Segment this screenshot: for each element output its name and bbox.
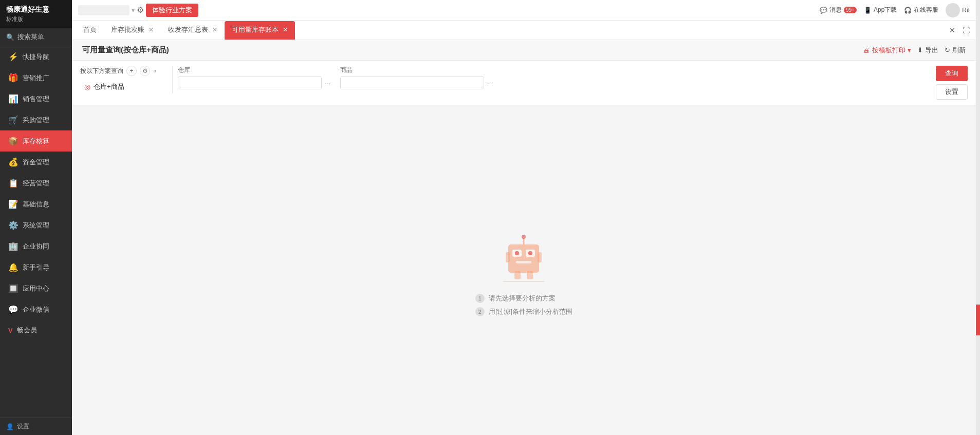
sidebar-item-app-center[interactable]: 🔲 应用中心 [0,278,72,299]
sidebar-item-corp[interactable]: 🏢 企业协同 [0,236,72,257]
app-download-item[interactable]: 📱 App下载 [864,6,897,14]
filter-settings-button[interactable]: 设置 [936,84,968,100]
sidebar-logo: 畅康通好生意 标准版 [0,0,72,28]
tab-available-inventory-close[interactable]: ✕ [283,26,288,33]
warehouse-field: 仓库 ··· [178,66,332,89]
app-center-icon: 🔲 [8,283,19,293]
empty-state: 1 请先选择要分析的方案 2 用[过滤]条件来缩小分析范围 [475,224,572,316]
user-info[interactable]: Rit [946,3,970,17]
tab-home-label: 首页 [83,25,97,34]
svg-rect-0 [508,244,539,273]
tab-available-inventory[interactable]: 可用量库存账本 ✕ [225,21,295,40]
page-title: 可用量查询(按仓库+商品) [82,45,169,55]
sidebar-bottom-label: 设置 [17,422,29,431]
svg-rect-9 [527,271,533,279]
export-icon: ⬇ [917,46,923,54]
logo-sub: 标准版 [6,15,66,23]
empty-tip-2: 2 用[过滤]条件来缩小分析范围 [475,307,572,316]
tab-batch-account-close[interactable]: ✕ [149,26,154,33]
print-dropdown-icon[interactable]: ▾ [908,46,911,54]
tab-recv-summary-close[interactable]: ✕ [212,26,217,33]
scheme-label: 仓库+商品 [94,82,124,91]
add-scheme-button[interactable]: + [126,66,137,76]
tab-recv-summary-label: 收发存汇总表 [168,25,208,34]
notification-item[interactable]: 💬 消息 99+ [820,6,857,14]
sidebar-item-system[interactable]: ⚙️ 系统管理 [0,215,72,236]
sidebar-item-label: 企业微信 [23,305,49,314]
sidebar-item-label: 资金管理 [23,158,49,167]
filter-scheme-label: 按以下方案查询 [80,67,123,75]
notification-icon: 💬 [820,7,827,14]
marketing-icon: 🎁 [8,73,19,83]
online-service-item[interactable]: 🎧 在线客服 [904,6,938,14]
empty-tip-2-text: 用[过滤]条件来缩小分析范围 [489,307,572,316]
sidebar-item-newbie[interactable]: 🔔 新手引导 [0,257,72,278]
sidebar-item-label: 系统管理 [23,221,49,230]
warehouse-input[interactable] [178,77,322,89]
export-button[interactable]: ⬇ 导出 [917,46,938,55]
sidebar-item-purchase[interactable]: 🛒 采购管理 [0,109,72,130]
sidebar-item-quick-nav[interactable]: ⚡ 快捷导航 [0,46,72,67]
sidebar-item-sales[interactable]: 📊 销售管理 [0,88,72,109]
goods-input-wrapper: ··· [340,77,494,89]
avatar [946,3,960,17]
sidebar-item-label: 畅会员 [17,326,37,335]
export-label: 导出 [925,46,938,55]
sidebar-search[interactable]: 🔍 搜索菜单 [0,28,72,46]
purchase-icon: 🛒 [8,115,19,125]
tab-batch-account[interactable]: 库存批次账 ✕ [104,21,161,40]
svg-point-4 [528,251,532,255]
sidebar-item-operations[interactable]: 📋 经营管理 [0,173,72,194]
warehouse-more-button[interactable]: ··· [324,78,332,88]
sidebar-item-corp-wechat[interactable]: 💬 企业微信 [0,299,72,320]
sidebar-item-finance[interactable]: 💰 资金管理 [0,152,72,173]
search-label: 搜索菜单 [17,32,44,42]
page-header: 可用量查询(按仓库+商品) 🖨 按模板打印 ▾ ⬇ 导出 ↻ 刷新 [72,40,976,61]
sidebar-item-marketing[interactable]: 🎁 营销推广 [0,67,72,88]
right-scrollbar[interactable] [976,0,980,435]
sidebar-item-label: 采购管理 [23,116,49,125]
base-info-icon: 📝 [8,199,19,209]
svg-rect-6 [506,252,510,262]
empty-tip-1-text: 请先选择要分析的方案 [489,294,556,303]
filter-fields: 仓库 ··· 商品 ··· [178,66,936,89]
filter-scheme: 按以下方案查询 + ⚙ « ◎ 仓库+商品 [80,66,173,93]
goods-input[interactable] [340,77,484,89]
headset-icon: 🎧 [904,7,912,14]
sidebar-item-label: 库存核算 [23,137,49,146]
sidebar-item-inventory[interactable]: 📦 库存核算 [0,130,72,152]
print-label: 按模板打印 [872,46,905,55]
tab-expand-icon[interactable]: ⛶ [960,25,972,35]
sidebar-item-base-info[interactable]: 📝 基础信息 [0,194,72,215]
topbar-breadcrumb: ▾ ⚙ 体验行业方案 [78,4,816,17]
tab-close-all-icon[interactable]: ✕ [947,25,957,35]
finance-icon: 💰 [8,157,19,167]
topbar-search-input[interactable] [78,5,130,15]
topbar-right: 💬 消息 99+ 📱 App下载 🎧 在线客服 Rit [820,3,970,17]
search-icon: 🔍 [6,33,14,41]
goods-more-button[interactable]: ··· [486,78,494,88]
sidebar-item-label: 应用中心 [23,284,49,293]
refresh-button[interactable]: ↻ 刷新 [945,46,966,55]
operations-icon: 📋 [8,178,19,188]
vip-icon: V [8,327,13,334]
collapse-icon[interactable]: « [153,67,157,74]
sidebar-item-label: 新手引导 [23,263,49,272]
sidebar-item-vip[interactable]: V 畅会员 [0,320,72,341]
tab-home[interactable]: 首页 [76,21,104,40]
tabs-actions: ✕ ⛶ [947,25,972,35]
topbar-gear-icon[interactable]: ⚙ [137,5,144,15]
topbar: ▾ ⚙ 体验行业方案 💬 消息 99+ 📱 App下载 🎧 在线客服 Rit [72,0,976,21]
print-button[interactable]: 🖨 按模板打印 ▾ [863,46,911,55]
svg-rect-8 [514,271,521,279]
chevron-down-icon: ▾ [132,7,135,14]
inventory-icon: 📦 [8,136,19,146]
tab-recv-summary[interactable]: 收发存汇总表 ✕ [161,21,225,40]
notification-label: 消息 [829,6,842,14]
industry-btn[interactable]: 体验行业方案 [146,4,198,17]
main-area: ▾ ⚙ 体验行业方案 💬 消息 99+ 📱 App下载 🎧 在线客服 Rit [72,0,976,435]
settings-scheme-button[interactable]: ⚙ [140,66,150,76]
query-button[interactable]: 查询 [936,66,968,81]
scheme-item-warehouse-goods[interactable]: ◎ 仓库+商品 [80,80,167,93]
sidebar-bottom[interactable]: 👤 设置 [0,418,72,435]
